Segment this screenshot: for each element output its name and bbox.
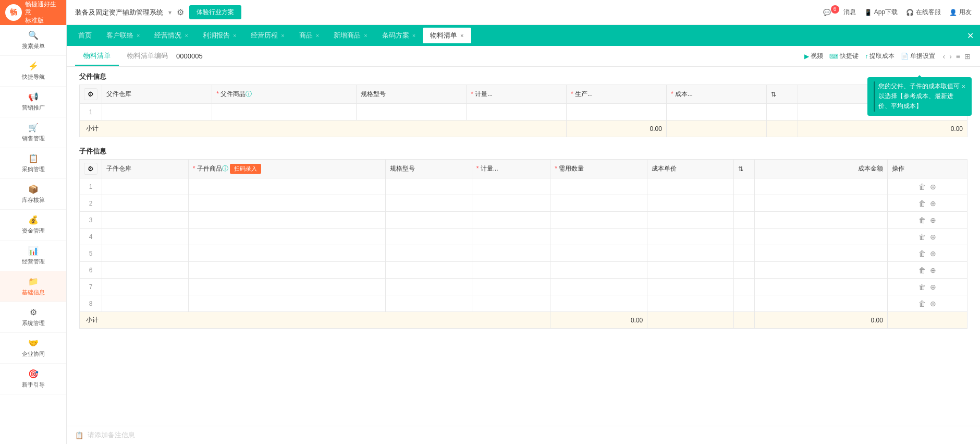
tab-close-icon[interactable]: × — [316, 32, 319, 39]
tab-close-icon[interactable]: × — [185, 32, 188, 39]
tab-close-icon[interactable]: × — [412, 32, 415, 39]
child-cell-unit-cost[interactable] — [647, 295, 734, 312]
child-cell-product[interactable] — [188, 295, 385, 312]
child-gear-button[interactable]: ⚙ — [84, 163, 97, 175]
sidebar-item-采购管理[interactable]: 📋采购管理 — [0, 148, 66, 179]
delete-icon[interactable]: 🗑 — [917, 282, 927, 292]
tab-close-icon[interactable]: × — [233, 32, 236, 39]
sidebar-item-新手引导[interactable]: 🎯新手引导 — [0, 364, 66, 394]
copy-icon[interactable]: ⊕ — [929, 298, 937, 309]
child-cell-warehouse[interactable] — [102, 262, 189, 279]
copy-icon[interactable]: ⊕ — [929, 232, 937, 242]
copy-icon[interactable]: ⊕ — [929, 248, 937, 259]
sidebar-item-企业协同[interactable]: 🤝企业协同 — [0, 333, 66, 364]
copy-icon[interactable]: ⊕ — [929, 215, 937, 225]
sidebar-item-销售管理[interactable]: 🛒销售管理 — [0, 117, 66, 148]
child-cell-warehouse[interactable] — [102, 229, 189, 245]
sidebar-item-基础信息[interactable]: 📁基础信息 — [0, 271, 66, 302]
child-cell-product[interactable] — [188, 195, 385, 212]
message-item[interactable]: 💬 6 消息 — [823, 8, 856, 17]
next-arrow-icon[interactable]: › — [948, 51, 953, 62]
settings-icon[interactable]: ⚙ — [177, 7, 184, 17]
tab-经营情况[interactable]: 经营情况 × — [147, 28, 195, 43]
user-item[interactable]: 👤 用友 — [949, 8, 972, 17]
sidebar-item-系统管理[interactable]: ⚙系统管理 — [0, 302, 66, 333]
trial-button[interactable]: 体验行业方案 — [189, 5, 241, 19]
sidebar-item-经营管理[interactable]: 📊经营管理 — [0, 241, 66, 271]
sidebar-item-快捷导航[interactable]: ⚡快捷导航 — [0, 56, 66, 87]
child-cell-spec[interactable] — [385, 178, 472, 195]
child-cell-warehouse[interactable] — [102, 195, 189, 212]
child-cell-warehouse[interactable] — [102, 178, 189, 195]
parent-cell-production[interactable] — [567, 104, 667, 121]
child-cell-warehouse[interactable] — [102, 279, 189, 295]
tab-新增商品[interactable]: 新增商品 × — [326, 28, 374, 43]
tab-利润报告[interactable]: 利润报告 × — [195, 28, 243, 43]
child-cell-spec[interactable] — [385, 262, 472, 279]
parent-cell-unit[interactable] — [467, 104, 567, 121]
child-cell-unit[interactable] — [472, 195, 550, 212]
child-cell-spec[interactable] — [385, 212, 472, 229]
child-cell-quantity[interactable] — [550, 178, 647, 195]
child-cell-unit[interactable] — [472, 212, 550, 229]
child-cell-warehouse[interactable] — [102, 295, 189, 312]
tab-close-icon[interactable]: × — [460, 32, 463, 39]
copy-icon[interactable]: ⊕ — [929, 282, 937, 292]
action-single-settings[interactable]: 📄 单据设置 — [901, 52, 935, 61]
delete-icon[interactable]: 🗑 — [917, 248, 927, 259]
parent-gear-button[interactable]: ⚙ — [84, 88, 97, 100]
child-cell-unit[interactable] — [472, 295, 550, 312]
tab-经营历程[interactable]: 经营历程 × — [243, 28, 291, 43]
copy-icon[interactable]: ⊕ — [929, 198, 937, 209]
tab-首页[interactable]: 首页 — [71, 28, 99, 43]
app-download-item[interactable]: 📱 App下载 — [864, 8, 898, 17]
child-cell-product[interactable] — [188, 279, 385, 295]
child-cell-unit-cost[interactable] — [647, 279, 734, 295]
child-cell-spec[interactable] — [385, 245, 472, 262]
child-cell-product[interactable] — [188, 262, 385, 279]
child-cell-unit-cost[interactable] — [647, 212, 734, 229]
child-cell-product[interactable] — [188, 245, 385, 262]
child-cell-unit-cost[interactable] — [647, 178, 734, 195]
close-all-tabs-icon[interactable]: ✕ — [965, 29, 976, 43]
parent-cell-warehouse[interactable] — [102, 104, 212, 121]
child-cell-unit[interactable] — [472, 229, 550, 245]
parent-cell-cost[interactable] — [666, 104, 766, 121]
tab-close-icon[interactable]: × — [137, 32, 140, 39]
action-shortcut[interactable]: ⌨ 快捷键 — [829, 52, 859, 61]
child-cell-spec[interactable] — [385, 229, 472, 245]
child-cell-product[interactable] — [188, 229, 385, 245]
parent-cell-product[interactable] — [212, 104, 356, 121]
dropdown-arrow-icon[interactable]: ▾ — [168, 9, 172, 16]
parent-cell-spec[interactable] — [356, 104, 466, 121]
child-cell-spec[interactable] — [385, 279, 472, 295]
sidebar-item-资金管理[interactable]: 💰资金管理 — [0, 210, 66, 241]
child-cell-unit-cost[interactable] — [647, 229, 734, 245]
child-cell-unit[interactable] — [472, 178, 550, 195]
child-cell-quantity[interactable] — [550, 279, 647, 295]
child-cell-unit[interactable] — [472, 262, 550, 279]
child-cell-product[interactable] — [188, 212, 385, 229]
sidebar-item-营销推广[interactable]: 📢营销推广 — [0, 87, 66, 117]
delete-icon[interactable]: 🗑 — [917, 182, 927, 192]
copy-icon[interactable]: ⊕ — [929, 182, 937, 192]
child-cell-warehouse[interactable] — [102, 212, 189, 229]
delete-icon[interactable]: 🗑 — [917, 232, 927, 242]
tab-条码方案[interactable]: 条码方案 × — [375, 28, 423, 43]
child-cell-warehouse[interactable] — [102, 245, 189, 262]
delete-icon[interactable]: 🗑 — [917, 298, 927, 309]
delete-icon[interactable]: 🗑 — [917, 215, 927, 225]
child-cell-spec[interactable] — [385, 295, 472, 312]
child-cell-spec[interactable] — [385, 195, 472, 212]
tab-close-icon[interactable]: × — [364, 32, 367, 39]
expand-icon[interactable]: ⊞ — [963, 51, 972, 62]
child-cell-quantity[interactable] — [550, 229, 647, 245]
sidebar-item-库存核算[interactable]: 📦库存核算 — [0, 179, 66, 210]
tab-客户联络[interactable]: 客户联络 × — [99, 28, 147, 43]
child-cell-product[interactable] — [188, 178, 385, 195]
subtab-bill-list[interactable]: 物料清单 — [75, 47, 119, 66]
child-cell-quantity[interactable] — [550, 195, 647, 212]
tab-物料清单[interactable]: 物料清单 × — [423, 28, 471, 43]
child-cell-quantity[interactable] — [550, 245, 647, 262]
action-view[interactable]: ▶ 视频 — [804, 52, 823, 61]
